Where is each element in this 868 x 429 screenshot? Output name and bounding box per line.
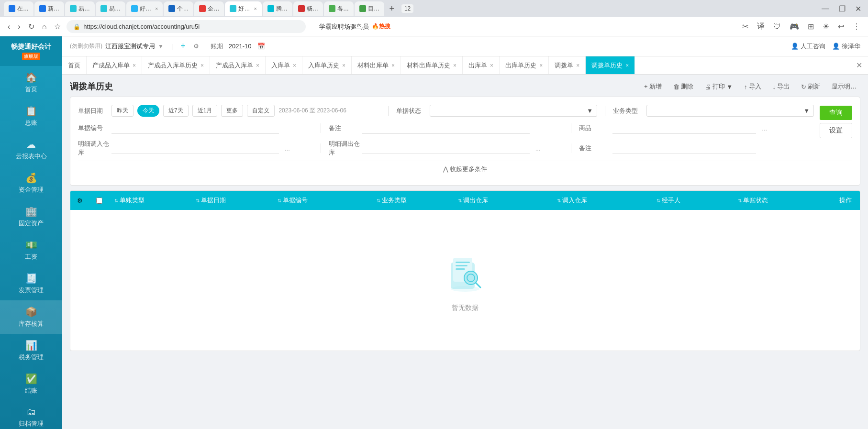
browser-tab-11[interactable]: 各… — [324, 1, 354, 16]
sidebar-item-assets[interactable]: 🏢 固定资产 — [0, 200, 62, 233]
date-btn-custom[interactable]: 自定义 — [247, 105, 275, 117]
forward-button[interactable]: › — [16, 21, 22, 33]
user-info[interactable]: 👤 徐泽华 — [832, 42, 860, 51]
nav-tab-5-close[interactable]: × — [342, 62, 345, 69]
detail-in-input[interactable] — [111, 143, 279, 154]
close-all-tabs-button[interactable]: ✕ — [850, 61, 868, 70]
browser-tab-5[interactable]: 好… × — [126, 1, 163, 16]
browser-tab-8[interactable]: 好… × — [225, 1, 261, 16]
shield-icon[interactable]: 🛡 — [771, 22, 783, 32]
date-btn-more[interactable]: 更多 — [221, 105, 243, 117]
scissors-icon[interactable]: ✂ — [740, 21, 750, 32]
nav-tab-4-close[interactable]: × — [293, 62, 296, 69]
browser-tab-3[interactable]: 易… — [65, 1, 95, 16]
th-date[interactable]: ⇅ 单据日期 — [190, 196, 271, 205]
nav-tab-4[interactable]: 入库单 × — [266, 56, 302, 75]
nav-tab-10[interactable]: 调拨单 × — [549, 56, 586, 75]
sidebar-item-archive[interactable]: 🗂 归档管理 — [0, 401, 62, 429]
th-biz-type[interactable]: ⇅ 业务类型 — [371, 196, 452, 205]
goods-dots[interactable]: ... — [760, 125, 769, 132]
gear-icon-top[interactable]: ⚙ — [193, 43, 199, 50]
browser-tab-9[interactable]: 腾… — [263, 1, 292, 16]
tab-count[interactable]: 12 — [401, 4, 413, 13]
nav-tab-5[interactable]: 入库单历史 × — [302, 56, 352, 75]
back-button[interactable]: ‹ — [6, 21, 12, 33]
nav-tab-9[interactable]: 出库单历史 × — [500, 56, 549, 75]
th-out-wh[interactable]: ⇅ 调出仓库 — [452, 196, 551, 205]
goods-input[interactable] — [612, 122, 756, 134]
nav-tab-11-close[interactable]: × — [625, 62, 629, 69]
browser-tab-2[interactable]: 新… — [34, 1, 64, 16]
tab-restore-btn[interactable]: ❐ — [836, 4, 848, 13]
th-status[interactable]: ⇅ 单账状态 — [732, 196, 831, 205]
calendar-icon[interactable]: 📅 — [257, 43, 265, 50]
nav-tab-8-close[interactable]: × — [490, 62, 493, 69]
tab-minimize-btn[interactable]: — — [819, 4, 832, 13]
detail-in-dots[interactable]: ... — [283, 145, 292, 152]
th-checkbox[interactable] — [89, 198, 109, 204]
browser-tab-6[interactable]: 个… — [164, 1, 193, 16]
th-handler[interactable]: ⇅ 经手人 — [651, 196, 732, 205]
brightness-icon[interactable]: ☀ — [821, 21, 831, 32]
nav-tab-7-close[interactable]: × — [453, 62, 456, 69]
sidebar-item-invoice[interactable]: 🧾 发票管理 — [0, 267, 62, 300]
detail-out-input[interactable] — [362, 143, 530, 154]
nav-tab-2[interactable]: 产成品入库单历史 × — [142, 56, 210, 75]
date-btn-yesterday[interactable]: 昨天 — [111, 105, 134, 117]
browser-tab-4[interactable]: 易… — [96, 1, 125, 16]
status-select[interactable]: ▼ — [430, 105, 597, 117]
game-icon[interactable]: 🎮 — [788, 21, 801, 32]
th-number[interactable]: ⇅ 单据编号 — [272, 196, 371, 205]
date-btn-1month[interactable]: 近1月 — [192, 105, 218, 117]
date-btn-7days[interactable]: 近7天 — [163, 105, 189, 117]
voucher-no-input[interactable] — [111, 122, 279, 134]
search-area[interactable]: 学霸应聘场驱鸟员 🔥热搜 — [319, 22, 390, 31]
browser-tab-1[interactable]: 在… — [4, 1, 33, 16]
query-button[interactable]: 查询 — [820, 106, 852, 120]
nav-tab-1[interactable]: 产成品入库单 × — [87, 56, 142, 75]
nav-tab-3[interactable]: 产成品入库单 × — [210, 56, 266, 75]
sidebar-logo[interactable]: 畅捷通好会计 旗舰版 — [0, 36, 62, 66]
remark-input[interactable] — [362, 122, 530, 134]
reload-button[interactable]: ↻ — [26, 20, 36, 33]
detail-out-dots[interactable]: ... — [534, 145, 543, 152]
nav-tab-home[interactable]: 首页 — [62, 56, 87, 75]
sidebar-item-ledger[interactable]: 📋 总账 — [0, 99, 62, 133]
collapse-button[interactable]: ⋀ 收起更多条件 — [78, 161, 852, 177]
nav-tab-6[interactable]: 材料出库单 × — [352, 56, 401, 75]
undo-icon[interactable]: ↩ — [836, 21, 846, 32]
export-button[interactable]: ↓ 导出 — [769, 80, 794, 93]
show-full-button[interactable]: 显示明… — [828, 80, 860, 93]
delete-button[interactable]: 🗑 删除 — [669, 80, 697, 93]
nav-tab-8[interactable]: 出库单 × — [463, 56, 500, 75]
remark2-input[interactable] — [612, 143, 756, 154]
browser-tab-10[interactable]: 畅… — [293, 1, 323, 16]
select-all-checkbox[interactable] — [96, 198, 102, 204]
th-settings[interactable]: ⚙ — [70, 197, 89, 204]
nav-tab-10-close[interactable]: × — [576, 62, 579, 69]
nav-tab-3-close[interactable]: × — [256, 62, 259, 69]
tab-close-8[interactable]: × — [254, 6, 256, 11]
company-selector[interactable]: (勿删勿禁用) 江西服宝测试专用 ▼ — [70, 42, 164, 51]
import-button[interactable]: ↑ 导入 — [740, 80, 765, 93]
date-btn-today[interactable]: 今天 — [137, 105, 159, 117]
browser-tab-12[interactable]: 目… — [355, 1, 384, 16]
address-input[interactable]: 🔒 https://cloud.chanjet.com/accounting/u… — [67, 20, 306, 33]
refresh-button[interactable]: ↻ 刷新 — [797, 80, 824, 93]
sidebar-item-tax[interactable]: 📊 税务管理 — [0, 334, 62, 367]
nav-tab-2-close[interactable]: × — [200, 62, 204, 69]
browser-tab-7[interactable]: 企… — [194, 1, 224, 16]
bookmark-button[interactable]: ☆ — [52, 20, 63, 33]
nav-tab-6-close[interactable]: × — [391, 62, 395, 69]
consultant-button[interactable]: 👤 人工咨询 — [791, 42, 825, 51]
grid-icon[interactable]: ⊞ — [806, 21, 816, 32]
add-company-button[interactable]: + — [180, 41, 186, 51]
new-tab-button[interactable]: + — [385, 2, 399, 15]
nav-tab-1-close[interactable]: × — [133, 62, 136, 69]
sidebar-item-close[interactable]: ✅ 结账 — [0, 367, 62, 401]
tab-close-5[interactable]: × — [155, 6, 158, 11]
print-button[interactable]: 🖨 打印 ▼ — [701, 80, 736, 93]
th-type[interactable]: ⇅ 单账类型 — [109, 196, 190, 205]
home-button[interactable]: ⌂ — [40, 21, 49, 33]
sidebar-item-fund[interactable]: 💰 资金管理 — [0, 166, 62, 200]
